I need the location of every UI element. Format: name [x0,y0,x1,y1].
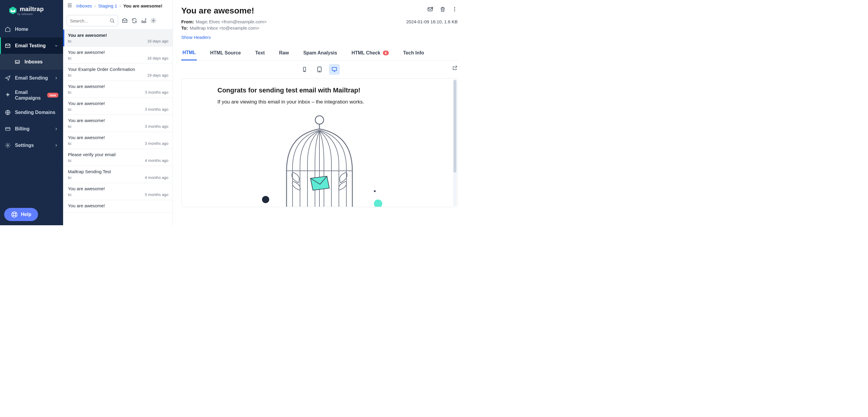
svg-point-19 [262,196,269,203]
mobile-icon [302,66,307,73]
email-preview: Congrats for sending test email with Mai… [181,78,458,207]
gear-icon [5,142,11,148]
message-item[interactable]: You are awesome!to: 3 months ago [63,132,173,149]
svg-point-3 [7,145,9,146]
sidebar-item-sending-domains[interactable]: Sending Domains [0,104,63,121]
svg-point-13 [304,71,305,71]
breadcrumb-inboxes[interactable]: Inboxes [76,3,92,8]
search-wrap[interactable] [67,15,118,26]
svg-point-23 [374,200,382,207]
message-timestamp: 2024-01-09 16:10, 1.6 KB [406,19,458,32]
mark-read-button[interactable] [122,18,128,24]
device-mobile-button[interactable] [299,64,310,75]
svg-point-9 [454,7,455,8]
message-list[interactable]: You are awesome!to: 16 days agoYou are a… [63,30,173,225]
sidebar-item-settings[interactable]: Settings [0,137,63,153]
message-item[interactable]: Mailtrap Sending Testto: 4 months ago [63,166,173,183]
message-time: 4 months ago [145,175,168,180]
new-badge: new [47,93,58,97]
preview-scrollbar[interactable] [453,79,457,206]
message-subject: Please verify your email [68,152,168,157]
message-item[interactable]: You are awesome!to: 5 months ago [63,183,173,200]
breadcrumb-staging[interactable]: Staging 1 [98,3,117,8]
inbox-clear-icon [141,18,147,24]
message-toolbar [63,12,173,30]
preview-title: Congrats for sending test email with Mai… [217,86,422,94]
message-item[interactable]: You are awesome! [63,200,173,213]
show-headers-link[interactable]: Show Headers [181,35,458,40]
open-external-button[interactable] [452,65,458,71]
brand-subtitle: by railsware [17,12,44,16]
to-value: Mailtrap Inbox <to@example.com> [190,25,259,31]
message-to: to: [68,124,72,129]
inbox-settings-button[interactable] [150,18,156,24]
forward-icon [427,6,434,12]
sidebar-item-inboxes[interactable]: Inboxes [0,54,63,70]
message-to: to: [68,158,72,163]
device-desktop-button[interactable] [329,64,340,75]
breadcrumb-sep: › [95,4,96,8]
sidebar-label-email-campaigns: Email Campaigns [15,89,47,101]
sidebar-label-inboxes: Inboxes [25,59,42,65]
message-time: 4 months ago [145,158,168,163]
html-check-count: 6 [383,51,389,55]
clear-inbox-button[interactable] [141,18,147,24]
svg-point-21 [374,190,376,192]
sidebar-item-billing[interactable]: Billing [0,121,63,137]
sidebar-item-email-sending[interactable]: Email Sending [0,70,63,86]
svg-point-17 [315,116,323,124]
forward-button[interactable] [427,6,434,13]
search-input[interactable] [70,18,110,23]
message-time: 5 months ago [145,192,168,197]
message-item[interactable]: You are awesome!to: 3 months ago [63,115,173,132]
sidebar-label-email-testing: Email Testing [15,43,46,49]
message-subject: Mailtrap Sending Test [68,169,168,174]
globe-icon [5,110,11,116]
sidebar-item-email-campaigns[interactable]: Email Campaigns new [0,86,63,104]
tab-text[interactable]: Text [254,47,266,60]
message-subject: You are awesome! [68,135,168,140]
sidebar-item-home[interactable]: Home [0,21,63,37]
external-link-icon [452,65,458,70]
tab-html-check[interactable]: HTML Check6 [350,47,390,60]
breadcrumb-sep: › [120,4,121,8]
message-item[interactable]: Please verify your emailto: 4 months ago [63,149,173,166]
tab-html-source[interactable]: HTML Source [209,47,242,60]
message-subject: You are awesome! [68,33,168,38]
tab-raw[interactable]: Raw [278,47,290,60]
from-value: Magic Elves <from@example.com> [196,19,267,24]
menu-toggle-button[interactable] [67,2,73,9]
message-item[interactable]: Your Example Order Confirmationto: 19 da… [63,64,173,81]
message-item[interactable]: You are awesome!to: 3 months ago [63,81,173,98]
logo[interactable]: mailtrap by railsware [0,0,63,21]
message-item[interactable]: You are awesome!to: 3 months ago [63,98,173,115]
message-to: to: [68,90,72,94]
svg-point-15 [319,71,320,71]
svg-rect-2 [6,127,10,130]
to-label: To: [181,25,188,31]
brand-name: mailtrap [20,6,44,12]
device-tablet-button[interactable] [314,64,325,75]
message-time: 19 days ago [147,73,168,78]
chevron-right-icon [54,76,58,80]
tab-spam-analysis[interactable]: Spam Analysis [302,47,338,60]
tab-html[interactable]: HTML [181,47,197,60]
message-item[interactable]: You are awesome!to: 16 days ago [63,47,173,64]
message-time: 3 months ago [145,107,168,112]
gear-icon [150,18,156,24]
email-testing-icon [5,43,11,49]
inbox-icon [14,59,20,65]
hamburger-icon [67,2,73,8]
help-button[interactable]: Help [4,208,38,221]
svg-point-10 [454,9,455,9]
device-switcher [181,64,458,75]
refresh-button[interactable] [131,18,137,24]
delete-button[interactable] [440,6,446,13]
more-options-button[interactable] [452,6,458,13]
tab-tech-info[interactable]: Tech Info [402,47,425,60]
sidebar-item-email-testing[interactable]: Email Testing [0,37,63,54]
message-item[interactable]: You are awesome!to: 16 days ago [63,30,173,47]
message-subject: You are awesome! [68,118,168,123]
mailtrap-logo-icon [8,6,17,15]
svg-point-6 [111,19,114,22]
